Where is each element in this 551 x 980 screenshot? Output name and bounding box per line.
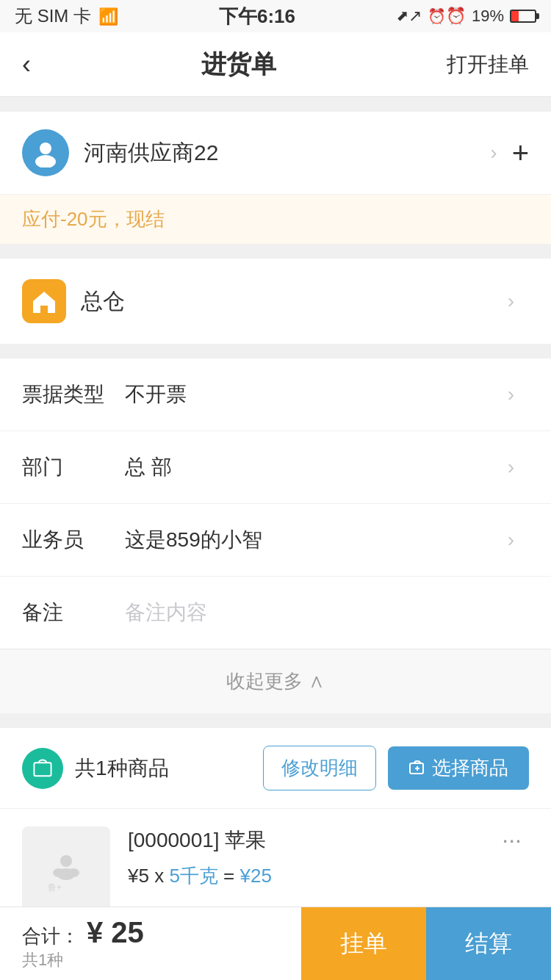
product-info: [0000001] 苹果 ¥5 x 5千克 = ¥25: [128, 826, 494, 889]
cart-icon: [29, 755, 56, 782]
supplier-chevron-icon: ›: [490, 141, 497, 165]
page-title: 进货单: [201, 48, 276, 82]
products-header: 共1种商品 修改明细 选择商品: [0, 728, 551, 809]
invoice-row[interactable]: 票据类型 不开票 ›: [0, 359, 551, 431]
carrier-text: 无 SIM 卡: [15, 4, 91, 28]
supplier-row[interactable]: 河南供应商22 › +: [0, 112, 551, 195]
product-more-button[interactable]: ···: [494, 826, 529, 854]
qty-value: 5千克: [169, 865, 217, 887]
divider-1: [0, 97, 551, 112]
open-hang-button[interactable]: 打开挂单: [447, 51, 529, 79]
supplier-section: 河南供应商22 › + 应付-20元，现结: [0, 112, 551, 244]
department-label: 部门: [22, 453, 110, 481]
nav-bar: ‹ 进货单 打开挂单: [0, 32, 551, 97]
svg-point-9: [68, 868, 79, 877]
product-placeholder-icon: 鲁+: [40, 845, 92, 896]
warehouse-name: 总仓: [81, 287, 508, 317]
warehouse-row[interactable]: 总仓 ›: [0, 259, 551, 344]
salesperson-label: 业务员: [22, 526, 110, 554]
alarm-icon: ⏰: [428, 7, 466, 26]
edit-detail-button[interactable]: 修改明细: [263, 746, 376, 790]
select-product-label: 选择商品: [432, 755, 508, 781]
select-product-button[interactable]: 选择商品: [388, 746, 529, 790]
total-row: 合计： ¥ 25: [22, 916, 279, 949]
product-title: 苹果: [225, 829, 266, 851]
remark-label: 备注: [22, 599, 110, 627]
price-value: ¥5: [128, 865, 149, 887]
collapse-label: 收起更多 ∧: [226, 669, 324, 694]
department-chevron-icon: ›: [508, 455, 514, 479]
warehouse-chevron-icon: ›: [508, 289, 514, 313]
bottom-bar: 合计： ¥ 25 共1种 挂单 结算: [0, 907, 551, 980]
status-bar: 无 SIM 卡 下午6:16 ↗ ⏰ 19%: [0, 0, 551, 32]
department-row[interactable]: 部门 总 部 ›: [0, 431, 551, 504]
supplier-avatar: [22, 129, 69, 176]
total-amount: ¥ 25: [87, 916, 144, 949]
product-name: [0000001] 苹果: [128, 826, 494, 854]
checkout-button[interactable]: 结算: [426, 907, 551, 980]
total-count: 共1种: [22, 949, 279, 971]
invoice-value: 不开票: [110, 381, 508, 408]
product-thumbnail: 鲁+: [22, 826, 110, 915]
salesperson-value: 这是859的小智: [110, 526, 508, 554]
product-code: [0000001]: [128, 829, 225, 851]
home-icon: [31, 288, 57, 314]
person-icon: [31, 138, 60, 167]
products-icon: [22, 748, 63, 789]
product-price: ¥5 x 5千克 = ¥25: [128, 863, 494, 889]
svg-text:鲁+: 鲁+: [48, 882, 62, 893]
back-button[interactable]: ‹: [22, 49, 31, 80]
svg-point-1: [35, 155, 56, 167]
supplier-note: 应付-20元，现结: [0, 195, 551, 244]
battery-icon: [510, 10, 536, 23]
cart-add-icon: [408, 760, 426, 777]
remark-input[interactable]: 备注内容: [110, 599, 529, 627]
price-multiply: x: [154, 865, 169, 887]
supplier-name: 河南供应商22: [84, 138, 490, 168]
status-time: 下午6:16: [219, 4, 295, 29]
salesperson-chevron-icon: ›: [508, 528, 514, 552]
remark-row[interactable]: 备注 备注内容: [0, 577, 551, 649]
wifi-icon: [98, 6, 118, 26]
form-section: 票据类型 不开票 › 部门 总 部 › 业务员 这是859的小智 › 备注 备注…: [0, 359, 551, 649]
status-left: 无 SIM 卡: [15, 4, 118, 28]
collapse-button[interactable]: 收起更多 ∧: [0, 649, 551, 713]
invoice-label: 票据类型: [22, 381, 110, 408]
total-value: ¥25: [240, 865, 272, 887]
svg-rect-2: [34, 763, 51, 776]
salesperson-row[interactable]: 业务员 这是859的小智 ›: [0, 504, 551, 577]
warehouse-section[interactable]: 总仓 ›: [0, 259, 551, 344]
total-section: 合计： ¥ 25 共1种: [0, 907, 301, 980]
svg-point-8: [53, 868, 65, 877]
status-right: ↗ ⏰ 19%: [396, 7, 536, 26]
warehouse-icon: [22, 279, 66, 323]
total-label: 合计：: [22, 923, 79, 949]
location-icon: ↗: [396, 7, 422, 26]
svg-point-6: [60, 855, 72, 867]
add-supplier-button[interactable]: +: [512, 137, 529, 170]
invoice-chevron-icon: ›: [508, 383, 514, 406]
svg-point-0: [40, 143, 51, 154]
products-count: 共1种商品: [75, 754, 263, 782]
hang-button[interactable]: 挂单: [301, 907, 426, 980]
price-equals: =: [223, 865, 240, 887]
battery-text: 19%: [472, 7, 504, 26]
products-section: 共1种商品 修改明细 选择商品 鲁+ [0000001]: [0, 728, 551, 933]
department-value: 总 部: [110, 453, 508, 481]
